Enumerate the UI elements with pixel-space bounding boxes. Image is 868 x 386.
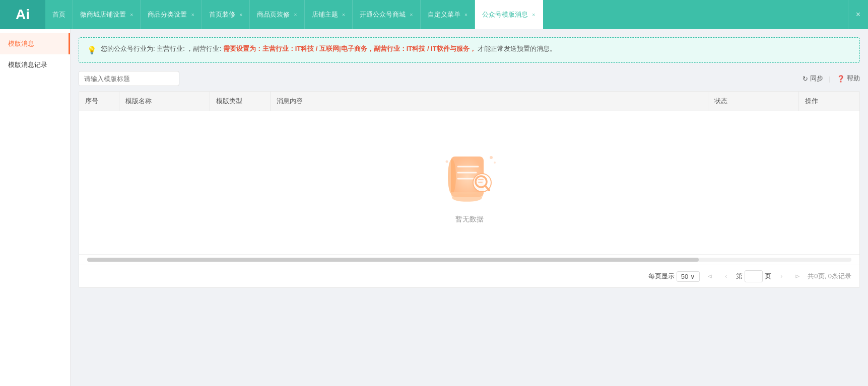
nav-tab-open-wechat-mall[interactable]: 开通公众号商城× bbox=[353, 0, 420, 29]
di-label: 第 bbox=[736, 272, 743, 281]
first-page-button[interactable]: ⊲ bbox=[704, 270, 716, 282]
th-action: 操作 bbox=[799, 92, 859, 111]
pagination: 每页显示 50 ∨ ⊲ ‹ 第 1 页 › ⊳ 共0页, 0条记录 bbox=[79, 265, 859, 287]
th-index: 序号 bbox=[79, 92, 119, 111]
page-size-select: 每页显示 50 ∨ bbox=[648, 271, 700, 282]
page-size-value: 50 bbox=[681, 273, 688, 280]
search-input[interactable] bbox=[79, 72, 174, 86]
page-label: 页 bbox=[765, 272, 771, 281]
nav-tabs-container: 首页微商城店铺设置×商品分类设置×首页装修×商品页装修×店铺主题×开通公众号商城… bbox=[45, 0, 848, 29]
nav-tab-close-store-theme[interactable]: × bbox=[342, 12, 345, 18]
close-all-tabs-button[interactable]: × bbox=[848, 0, 868, 29]
nav-tab-label-category-settings: 商品分类设置 bbox=[148, 10, 187, 19]
help-button[interactable]: ❓ 帮助 bbox=[837, 74, 860, 83]
sidebar: 模版消息模版消息记录 bbox=[0, 29, 71, 386]
nav-tab-home[interactable]: 首页 bbox=[45, 0, 73, 29]
sidebar-item-template-message[interactable]: 模版消息 bbox=[0, 33, 70, 54]
scroll-track[interactable] bbox=[87, 258, 851, 262]
empty-illustration bbox=[437, 141, 502, 207]
nav-tab-store-theme[interactable]: 店铺主题× bbox=[305, 0, 353, 29]
sync-button[interactable]: ↻ 同步 bbox=[803, 74, 823, 83]
notice-suffix: 才能正常发送预置的消息。 bbox=[478, 45, 556, 52]
th-content: 消息内容 bbox=[271, 92, 708, 111]
prev-page-button[interactable]: ‹ bbox=[720, 270, 732, 282]
th-type: 模版类型 bbox=[210, 92, 271, 111]
help-icon: ❓ bbox=[837, 75, 845, 83]
nav-tab-close-store-settings[interactable]: × bbox=[130, 12, 133, 18]
toolbar-right: ↻ 同步 | ❓ 帮助 bbox=[803, 74, 860, 83]
svg-point-13 bbox=[445, 161, 448, 163]
notice-text: 您的公众号行业为: 主营行业: ，副营行业: 需要设置为：主营行业：IT科技 /… bbox=[101, 44, 556, 54]
search-box: 🔍 bbox=[79, 71, 179, 86]
page-size-label: 每页显示 bbox=[648, 272, 675, 281]
main-layout: 模版消息模版消息记录 💡 您的公众号行业为: 主营行业: ，副营行业: 需要设置… bbox=[0, 29, 868, 386]
last-page-button[interactable]: ⊳ bbox=[791, 270, 804, 282]
sync-label: 同步 bbox=[810, 74, 823, 83]
nav-tab-homepage-decor[interactable]: 首页装修× bbox=[202, 0, 250, 29]
toolbar: 🔍 ↻ 同步 | ❓ 帮助 bbox=[79, 71, 860, 86]
notice-highlight: 需要设置为：主营行业：IT科技 / 互联网|电子商务，副营行业：IT科技 / I… bbox=[223, 45, 476, 52]
nav-tab-close-product-decor[interactable]: × bbox=[294, 12, 297, 18]
th-status: 状态 bbox=[708, 92, 799, 111]
table-header: 序号 模版名称 模版类型 消息内容 状态 操作 bbox=[79, 92, 859, 111]
nav-tab-label-template-message: 公众号模版消息 bbox=[482, 10, 528, 19]
nav-tab-close-custom-menu[interactable]: × bbox=[464, 12, 468, 18]
bulb-icon: 💡 bbox=[87, 44, 97, 56]
brand-logo: Ai bbox=[0, 0, 45, 29]
nav-tab-label-homepage-decor: 首页装修 bbox=[209, 10, 235, 19]
empty-text: 暂无数据 bbox=[455, 215, 484, 224]
next-page-button[interactable]: › bbox=[775, 270, 787, 282]
nav-tab-template-message[interactable]: 公众号模版消息× bbox=[475, 0, 543, 29]
nav-tab-label-home: 首页 bbox=[52, 10, 65, 19]
total-info: 共0页, 0条记录 bbox=[808, 272, 851, 281]
nav-tab-close-homepage-decor[interactable]: × bbox=[239, 12, 242, 18]
th-name: 模版名称 bbox=[119, 92, 210, 111]
svg-point-11 bbox=[490, 156, 493, 159]
help-label: 帮助 bbox=[847, 74, 860, 83]
nav-tab-close-category-settings[interactable]: × bbox=[191, 12, 194, 18]
page-number-input[interactable]: 1 bbox=[745, 270, 763, 282]
data-table: 序号 模版名称 模版类型 消息内容 状态 操作 bbox=[79, 91, 860, 288]
nav-tab-product-decor[interactable]: 商品页装修× bbox=[250, 0, 304, 29]
notice-banner: 💡 您的公众号行业为: 主营行业: ，副营行业: 需要设置为：主营行业：IT科技… bbox=[79, 37, 860, 63]
page-input-group: 第 1 页 bbox=[736, 270, 771, 282]
svg-point-12 bbox=[494, 162, 496, 164]
sidebar-item-template-message-record[interactable]: 模版消息记录 bbox=[0, 54, 70, 75]
nav-tab-label-store-theme: 店铺主题 bbox=[312, 10, 338, 19]
top-nav-bar: Ai 首页微商城店铺设置×商品分类设置×首页装修×商品页装修×店铺主题×开通公众… bbox=[0, 0, 868, 29]
nav-tab-label-product-decor: 商品页装修 bbox=[257, 10, 290, 19]
toolbar-divider: | bbox=[829, 75, 831, 83]
scroll-thumb bbox=[87, 258, 699, 262]
nav-tab-label-open-wechat-mall: 开通公众号商城 bbox=[360, 10, 406, 19]
search-button[interactable]: 🔍 bbox=[174, 71, 179, 86]
svg-point-2 bbox=[448, 159, 456, 194]
notice-prefix: 您的公众号行业为: 主营行业: ，副营行业: bbox=[101, 45, 221, 52]
nav-tab-close-template-message[interactable]: × bbox=[532, 12, 535, 18]
nav-tab-close-open-wechat-mall[interactable]: × bbox=[410, 12, 413, 18]
content-area: 💡 您的公众号行业为: 主营行业: ，副营行业: 需要设置为：主营行业：IT科技… bbox=[71, 29, 868, 386]
nav-tab-label-store-settings: 微商城店铺设置 bbox=[80, 10, 126, 19]
sync-icon: ↻ bbox=[803, 75, 808, 83]
scroll-bar-area bbox=[79, 254, 859, 265]
page-size-dropdown[interactable]: 50 ∨ bbox=[677, 271, 700, 282]
empty-state: 暂无数据 bbox=[79, 111, 859, 254]
page-size-chevron-icon: ∨ bbox=[690, 273, 695, 280]
nav-tab-category-settings[interactable]: 商品分类设置× bbox=[141, 0, 202, 29]
nav-tab-custom-menu[interactable]: 自定义菜单× bbox=[421, 0, 475, 29]
nav-tab-label-custom-menu: 自定义菜单 bbox=[428, 10, 460, 19]
nav-tab-store-settings[interactable]: 微商城店铺设置× bbox=[73, 0, 141, 29]
